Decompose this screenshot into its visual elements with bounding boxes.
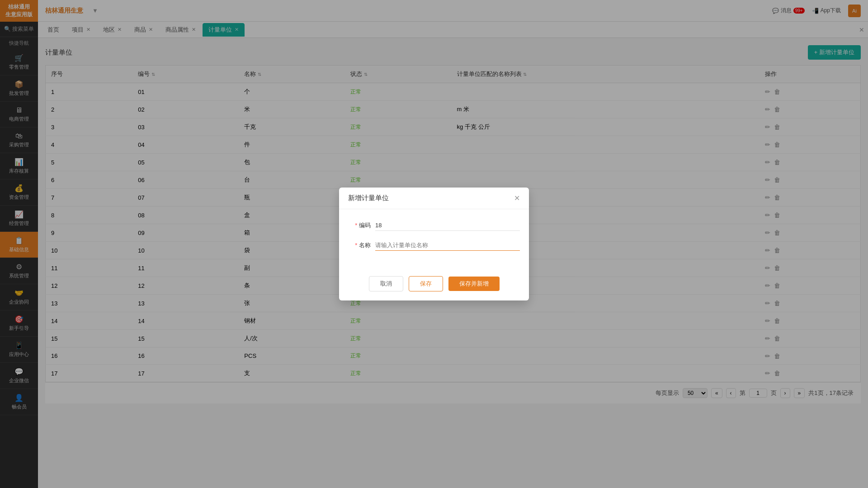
modal-title: 新增计量单位	[348, 194, 389, 202]
modal-body: 编码 名称	[339, 209, 529, 271]
modal-overlay[interactable]: 新增计量单位 ✕ 编码 名称 取消 保存 保存并新增	[0, 0, 868, 488]
cancel-button[interactable]: 取消	[369, 276, 403, 291]
name-input[interactable]	[375, 240, 520, 251]
modal-header: 新增计量单位 ✕	[339, 188, 529, 209]
save-button[interactable]: 保存	[409, 276, 443, 291]
code-form-group: 编码	[348, 220, 520, 231]
code-input[interactable]	[375, 220, 520, 231]
add-unit-modal: 新增计量单位 ✕ 编码 名称 取消 保存 保存并新增	[339, 188, 529, 300]
name-form-group: 名称	[348, 240, 520, 251]
modal-close-button[interactable]: ✕	[514, 194, 520, 202]
save-continue-button[interactable]: 保存并新增	[448, 277, 500, 291]
modal-footer: 取消 保存 保存并新增	[339, 271, 529, 300]
name-label: 名称	[348, 241, 371, 249]
code-label: 编码	[348, 221, 371, 230]
